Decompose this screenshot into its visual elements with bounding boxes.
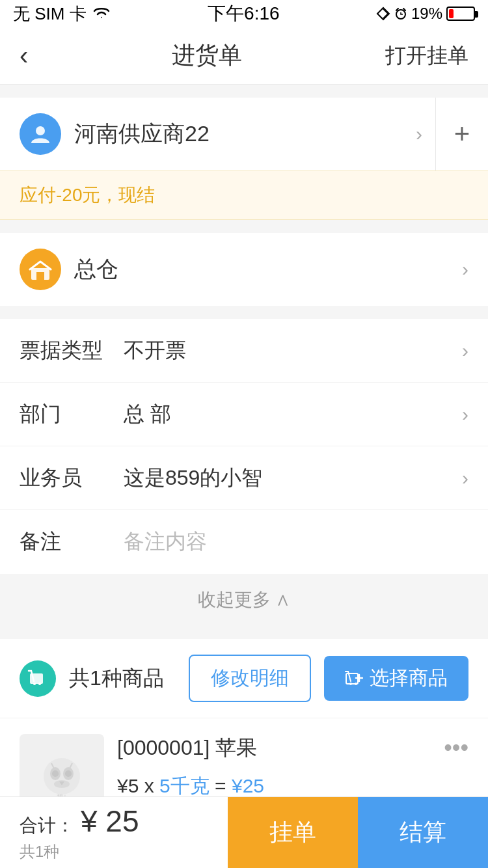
remark-input[interactable]: 备注内容 bbox=[111, 528, 468, 556]
price-times: x bbox=[144, 775, 159, 796]
product-name: 苹果 bbox=[215, 736, 257, 759]
warehouse-icon-wrap bbox=[20, 249, 61, 290]
svg-point-5 bbox=[33, 683, 36, 685]
wifi-icon bbox=[92, 7, 111, 21]
product-icon-wrap bbox=[20, 660, 56, 697]
status-bar: 无 SIM 卡 下午6:16 19% bbox=[0, 0, 488, 27]
supplier-avatar bbox=[20, 113, 61, 155]
form-section: 票据类型 不开票 › 部门 总 部 › 业务员 这是859的小智 › 备注 备注… bbox=[0, 319, 488, 574]
svg-point-8 bbox=[349, 683, 352, 685]
svg-point-6 bbox=[38, 683, 41, 685]
total-section: 合计： ¥ 25 共1种 bbox=[0, 797, 228, 868]
product-more-button[interactable]: ••• bbox=[444, 734, 468, 761]
network-status: 无 SIM 卡 bbox=[13, 3, 87, 25]
total-value: ¥25 bbox=[232, 775, 264, 796]
notice-text: 应付-20元，现结 bbox=[20, 185, 155, 205]
chevron-right-icon-sales: › bbox=[462, 467, 468, 489]
more-icon: ••• bbox=[444, 734, 468, 761]
open-pending-button[interactable]: 打开挂单 bbox=[385, 42, 468, 70]
nav-bar: ‹ 进货单 打开挂单 bbox=[0, 27, 488, 85]
location-icon bbox=[376, 7, 390, 21]
supplier-name: 河南供应商22 bbox=[74, 119, 416, 149]
invoice-label: 票据类型 bbox=[20, 336, 111, 365]
invoice-row[interactable]: 票据类型 不开票 › bbox=[0, 319, 488, 383]
product-price-row: ¥5 x 5千克 = ¥25 bbox=[117, 773, 431, 800]
svg-point-16 bbox=[65, 770, 72, 777]
svg-point-15 bbox=[52, 770, 59, 777]
status-time: 下午6:16 bbox=[208, 1, 280, 26]
warehouse-name: 总仓 bbox=[74, 254, 462, 284]
svg-rect-3 bbox=[36, 272, 44, 280]
supplier-selector[interactable]: 河南供应商22 › bbox=[0, 98, 436, 170]
alarm-icon bbox=[394, 7, 407, 20]
gap-1 bbox=[0, 85, 488, 98]
person-icon bbox=[29, 122, 52, 146]
invoice-value: 不开票 bbox=[111, 336, 462, 365]
price-value: ¥5 bbox=[117, 775, 139, 796]
select-product-button[interactable]: 选择商品 bbox=[324, 656, 468, 701]
total-amount: ¥ 25 bbox=[81, 804, 139, 839]
chevron-right-icon-invoice: › bbox=[462, 340, 468, 362]
sales-row[interactable]: 业务员 这是859的小智 › bbox=[0, 446, 488, 510]
battery-icon bbox=[446, 7, 475, 21]
gap-3 bbox=[0, 626, 488, 639]
supplier-section: 河南供应商22 › + bbox=[0, 98, 488, 170]
add-supplier-button[interactable]: + bbox=[436, 98, 488, 170]
add-cart-icon bbox=[345, 670, 363, 688]
chevron-right-icon-warehouse: › bbox=[462, 258, 468, 280]
edit-detail-button[interactable]: 修改明细 bbox=[189, 655, 311, 702]
select-product-label: 选择商品 bbox=[370, 665, 448, 692]
back-button[interactable]: ‹ bbox=[20, 41, 28, 70]
chevron-right-icon-dept: › bbox=[462, 403, 468, 426]
product-code: [0000001] bbox=[117, 736, 210, 759]
cart-icon bbox=[27, 668, 48, 689]
sales-value: 这是859的小智 bbox=[111, 464, 462, 493]
total-label: 合计： bbox=[20, 813, 74, 838]
collapse-bar[interactable]: 收起更多 ∧ bbox=[0, 574, 488, 626]
settle-button[interactable]: 结算 bbox=[358, 797, 488, 868]
total-count: 共1种 bbox=[20, 841, 208, 862]
svg-point-1 bbox=[36, 126, 45, 135]
bottom-bar: 合计： ¥ 25 共1种 挂单 结算 bbox=[0, 796, 488, 868]
quantity-value: 5千克 bbox=[159, 775, 210, 796]
svg-point-12 bbox=[44, 758, 80, 794]
notice-bar: 应付-20元，现结 bbox=[0, 170, 488, 220]
owl-icon: 碧+ bbox=[36, 750, 88, 802]
collapse-label: 收起更多 ∧ bbox=[198, 588, 291, 612]
dept-row[interactable]: 部门 总 部 › bbox=[0, 383, 488, 446]
product-count: 共1种商品 bbox=[69, 664, 176, 693]
owl-logo: 碧+ bbox=[36, 750, 88, 802]
remark-label: 备注 bbox=[20, 528, 111, 556]
product-info: [0000001] 苹果 ¥5 x 5千克 = ¥25 bbox=[117, 734, 431, 800]
price-equals: = bbox=[215, 775, 232, 796]
warehouse-section[interactable]: 总仓 › bbox=[0, 233, 488, 306]
dept-value: 总 部 bbox=[111, 400, 462, 429]
product-title: [0000001] 苹果 bbox=[117, 734, 431, 763]
svg-point-9 bbox=[355, 683, 357, 685]
gap-2 bbox=[0, 306, 488, 319]
remark-row[interactable]: 备注 备注内容 bbox=[0, 510, 488, 574]
dept-label: 部门 bbox=[20, 400, 111, 429]
chevron-right-icon: › bbox=[416, 123, 422, 145]
status-left: 无 SIM 卡 bbox=[13, 3, 111, 25]
sales-label: 业务员 bbox=[20, 464, 111, 493]
status-right: 19% bbox=[376, 5, 475, 23]
battery-percent: 19% bbox=[411, 5, 442, 23]
warehouse-icon bbox=[29, 258, 52, 281]
page-title: 进货单 bbox=[172, 40, 242, 72]
hang-button[interactable]: 挂单 bbox=[228, 797, 358, 868]
product-header: 共1种商品 修改明细 选择商品 bbox=[0, 639, 488, 718]
total-row: 合计： ¥ 25 bbox=[20, 804, 208, 839]
